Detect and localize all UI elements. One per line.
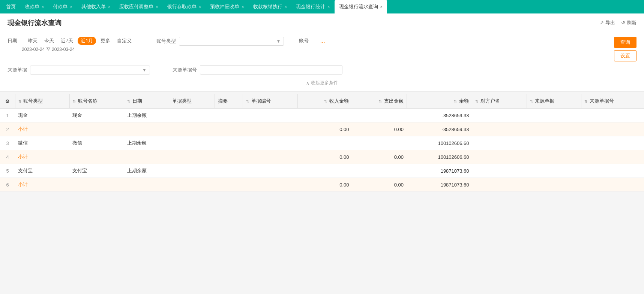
nav-tab-银行存取款单[interactable]: 银行存取款单 × xyxy=(163,0,206,13)
table-row[interactable]: 3微信微信上期余额100102606.60 xyxy=(0,136,644,150)
cell-balance: 100102606.60 xyxy=(407,150,472,164)
col-counterpart[interactable]: ⇅ 对方户名 xyxy=(472,94,527,109)
table-row[interactable]: 6小计0.000.0019871073.60 xyxy=(0,178,644,192)
date-opt-yesterday[interactable]: 昨天 xyxy=(26,37,40,45)
cell-counterpart xyxy=(472,109,527,122)
source-doc-no-input[interactable] xyxy=(200,65,342,75)
cell-income: 0.00 xyxy=(297,122,352,136)
cell-account-name: 支付宝 xyxy=(69,164,124,178)
data-table: ⚙ ⇅ 账号类型 ⇅ 账号名称 ⇅ 日期 单据类型 摘要 xyxy=(0,94,644,192)
nav-tab-应收应付调整单[interactable]: 应收应付调整单 × xyxy=(115,0,162,13)
gear-icon[interactable]: ⚙ xyxy=(5,98,10,104)
col-date[interactable]: ⇅ 日期 xyxy=(124,94,169,109)
cell-doc-no xyxy=(243,122,297,136)
col-account-type[interactable]: ⇅ 账号类型 xyxy=(15,94,69,109)
cell-doc-type xyxy=(169,150,215,164)
cell-summary xyxy=(215,109,243,122)
source-doc-label: 来源单据 xyxy=(8,67,27,73)
nav-home[interactable]: 首页 xyxy=(2,0,20,13)
cell-counterpart xyxy=(472,150,527,164)
sort-icon: ⇅ xyxy=(246,99,249,103)
col-expense[interactable]: ⇅ 支出金额 xyxy=(352,94,407,109)
cell-balance: 100102606.60 xyxy=(407,136,472,150)
cell-income: 0.00 xyxy=(297,178,352,192)
query-button[interactable]: 查询 xyxy=(614,37,636,48)
close-icon[interactable]: × xyxy=(156,4,158,9)
nav-tab-其他收入单[interactable]: 其他收入单 × xyxy=(77,0,115,13)
cell-summary xyxy=(215,178,243,192)
table-row[interactable]: 2小计0.000.00-3528659.33 xyxy=(0,122,644,136)
table-row[interactable]: 4小计0.000.00100102606.60 xyxy=(0,150,644,164)
export-button[interactable]: ↗ 导出 xyxy=(600,19,615,26)
close-icon[interactable]: × xyxy=(285,4,287,9)
cell-summary xyxy=(215,164,243,178)
date-opt-1month[interactable]: 近1月 xyxy=(78,37,96,45)
date-range-display: 2023-02-24 至 2023-03-24 xyxy=(22,47,75,52)
cell-doc-no xyxy=(243,164,297,178)
account-dots-button[interactable]: ... xyxy=(317,37,328,45)
table-row[interactable]: 5支付宝支付宝上期余额19871073.60 xyxy=(0,164,644,178)
cell-source-doc xyxy=(527,109,581,122)
col-income[interactable]: ⇅ 收入金额 xyxy=(297,94,352,109)
source-doc-no-label: 来源单据号 xyxy=(173,67,197,73)
date-opt-today[interactable]: 今天 xyxy=(42,37,56,45)
cell-doc-no xyxy=(243,150,297,164)
col-account-name[interactable]: ⇅ 账号名称 xyxy=(69,94,124,109)
nav-tab-付款单[interactable]: 付款单 × xyxy=(48,0,77,13)
row-number: 2 xyxy=(0,122,15,136)
collapse-bar[interactable]: ∧ 收起更多条件 xyxy=(8,78,636,87)
cell-source-doc-no xyxy=(581,136,644,150)
col-source-doc[interactable]: ⇅ 来源单据 xyxy=(527,94,581,109)
settings-button[interactable]: 设置 xyxy=(614,50,636,61)
cell-source-doc xyxy=(527,178,581,192)
row-number: 6 xyxy=(0,178,15,192)
nav-tab-现金银行统计[interactable]: 现金银行统计 × xyxy=(291,0,334,13)
close-icon[interactable]: × xyxy=(242,4,244,9)
close-icon[interactable]: × xyxy=(199,4,201,9)
top-nav: 首页 收款单 × 付款单 × 其他收入单 × 应收应付调整单 × 银行存取款单 … xyxy=(0,0,644,13)
row-number: 4 xyxy=(0,150,15,164)
cell-doc-no xyxy=(243,136,297,150)
col-doc-type: 单据类型 xyxy=(169,94,215,109)
date-opt-more[interactable]: 更多 xyxy=(98,37,113,45)
col-settings[interactable]: ⚙ xyxy=(0,94,15,109)
nav-tab-收款单[interactable]: 收款单 × xyxy=(20,0,48,13)
sort-icon: ⇅ xyxy=(530,99,533,103)
close-icon[interactable]: × xyxy=(108,4,110,9)
cell-account-type: 微信 xyxy=(15,136,69,150)
nav-tab-预收冲应收单[interactable]: 预收冲应收单 × xyxy=(206,0,248,13)
close-icon[interactable]: × xyxy=(42,4,44,9)
table-row[interactable]: 1现金现金上期余额-3528659.33 xyxy=(0,109,644,122)
col-summary: 摘要 xyxy=(215,94,243,109)
cell-doc-type xyxy=(169,136,215,150)
cell-income: 0.00 xyxy=(297,150,352,164)
close-icon[interactable]: × xyxy=(327,4,330,9)
source-doc-select[interactable]: ▼ xyxy=(30,66,150,75)
cell-account-type: 现金 xyxy=(15,109,69,122)
date-opt-7days[interactable]: 近7天 xyxy=(59,37,75,45)
nav-tab-收款核销执行[interactable]: 收款核销执行 × xyxy=(249,0,291,13)
cell-doc-type xyxy=(169,122,215,136)
cell-source-doc xyxy=(527,164,581,178)
cell-source-doc xyxy=(527,136,581,150)
cell-source-doc-no xyxy=(581,164,644,178)
cell-account-name: 现金 xyxy=(69,109,124,122)
close-icon[interactable]: × xyxy=(380,4,383,9)
close-icon[interactable]: × xyxy=(70,4,72,9)
col-doc-no[interactable]: ⇅ 单据编号 xyxy=(243,94,297,109)
date-opt-custom[interactable]: 自定义 xyxy=(115,37,134,45)
account-type-select[interactable]: ▼ xyxy=(179,37,284,46)
col-balance[interactable]: ⇅ 余额 xyxy=(407,94,472,109)
cell-account-name xyxy=(69,122,124,136)
nav-tab-现金银行流水查询[interactable]: 现金银行流水查询 × xyxy=(335,0,387,13)
col-source-doc-no[interactable]: ⇅ 来源单据号 xyxy=(581,94,644,109)
account-label: 账号 xyxy=(299,37,314,44)
cell-date xyxy=(124,178,169,192)
cell-account-name xyxy=(69,150,124,164)
refresh-button[interactable]: ↺ 刷新 xyxy=(621,19,636,26)
cell-counterpart xyxy=(472,178,527,192)
cell-balance: 19871073.60 xyxy=(407,164,472,178)
chevron-down-icon: ▼ xyxy=(142,67,147,73)
cell-income xyxy=(297,136,352,150)
cell-account-name xyxy=(69,178,124,192)
